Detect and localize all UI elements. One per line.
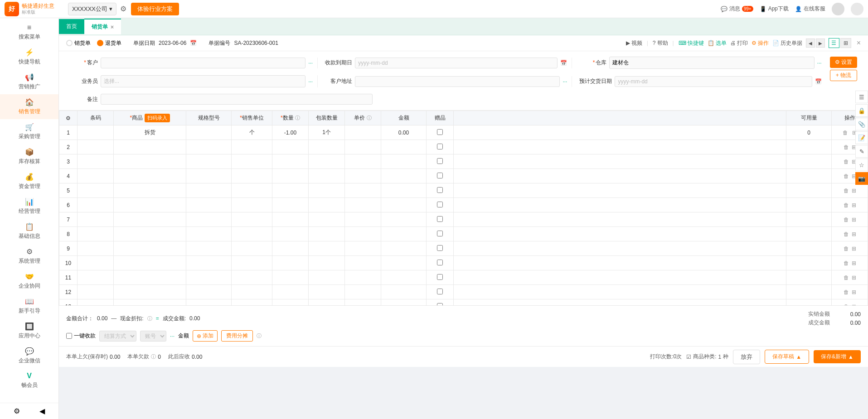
delete-icon[interactable]: 🗑 (844, 289, 849, 295)
copy-icon[interactable]: ⊞ (852, 188, 856, 194)
sidebar-item-wechat[interactable]: 💬 企业微信 (0, 343, 58, 368)
sidebar-item-guide[interactable]: 📖 新手引导 (0, 294, 58, 318)
sidebar-item-management[interactable]: 📊 经营管理 (0, 194, 58, 219)
gift-checkbox[interactable] (437, 129, 443, 135)
cell-pkg[interactable]: 1个 (309, 125, 345, 140)
delete-icon[interactable]: 🗑 (844, 173, 849, 179)
delete-icon[interactable]: 🗑 (844, 246, 849, 252)
sidebar-item-basic-info[interactable]: 📋 基础信息 (0, 219, 58, 244)
gift-checkbox[interactable] (437, 216, 443, 222)
sidebar-item-app-center[interactable]: 🔲 应用中心 (0, 318, 58, 343)
gift-checkbox[interactable] (437, 260, 443, 265)
debt-info-icon[interactable]: ⓘ (151, 353, 156, 360)
history-btn[interactable]: 📄 历史单据 (772, 39, 802, 47)
sidebar-item-vip[interactable]: V 畅会员 (0, 368, 58, 393)
gear-icon[interactable]: ⚙ (66, 115, 71, 121)
avatar[interactable] (832, 3, 844, 15)
delete-icon[interactable]: 🗑 (844, 188, 849, 194)
delete-icon[interactable]: 🗑 (844, 275, 849, 281)
customer-addr-input[interactable] (355, 76, 560, 87)
copy-icon[interactable]: ⊞ (852, 217, 856, 223)
cell-qty[interactable]: -1.00 (272, 125, 309, 140)
sidebar-item-marketing[interactable]: 📢 营销推广 (0, 69, 58, 94)
print-btn[interactable]: 🖨 打印 (730, 39, 748, 47)
cell-barcode[interactable] (78, 125, 114, 140)
sidebar-item-quick-nav[interactable]: ⚡ 快捷导航 (0, 44, 58, 69)
messages-button[interactable]: 💬 消息 99+ (721, 5, 753, 13)
next-arrow[interactable]: ▶ (816, 39, 825, 48)
copy-icon[interactable]: ⊞ (852, 231, 856, 237)
cell-unit[interactable]: 个 (232, 125, 272, 140)
delete-icon[interactable]: 🗑 (844, 202, 849, 208)
scan-button[interactable]: 扫码录入 (145, 114, 170, 122)
shortcut-btn[interactable]: ⌨ 快捷键 (679, 39, 704, 47)
gift-checkbox[interactable] (437, 144, 443, 149)
delete-icon[interactable]: 🗑 (843, 130, 848, 136)
customer-input[interactable] (101, 58, 305, 68)
due-date-input[interactable]: yyyy-mm-dd (355, 58, 558, 68)
operation-btn[interactable]: ⚙ 操作 (752, 39, 769, 47)
float-note-btn[interactable]: 📝 (855, 131, 868, 144)
expected-date-calendar-icon[interactable]: 📅 (815, 78, 822, 85)
date-calendar-icon[interactable]: 📅 (190, 40, 197, 46)
copy-icon[interactable]: ⊞ (852, 260, 856, 266)
sidebar-item-purchase[interactable]: 🛒 采购管理 (0, 119, 58, 144)
float-attach-btn[interactable]: 📎 (855, 118, 868, 130)
price-info-icon[interactable]: ⓘ (367, 115, 372, 120)
due-date-calendar-icon[interactable]: 📅 (560, 60, 567, 66)
float-lock-btn[interactable]: 🔒 (855, 104, 868, 117)
sidebar-item-finance[interactable]: 💰 资金管理 (0, 169, 58, 194)
delete-icon[interactable]: 🗑 (844, 159, 849, 165)
cell-price[interactable] (345, 125, 381, 140)
abandon-button[interactable]: 放弃 (733, 350, 760, 364)
copy-icon[interactable]: ⊞ (852, 289, 856, 295)
tab-home[interactable]: 首页 (59, 19, 84, 34)
gift-checkbox[interactable] (437, 231, 443, 236)
cell-gift[interactable] (427, 125, 454, 140)
radio-sales-order[interactable]: 销货单 (66, 39, 91, 47)
cell-amount[interactable]: 0.00 (381, 125, 427, 140)
warehouse-more-icon[interactable]: ··· (817, 60, 822, 66)
close-button[interactable]: × (857, 39, 861, 47)
delete-icon[interactable]: 🗑 (844, 217, 849, 223)
company-selector[interactable]: XXXXXX公司 ▾ (68, 3, 116, 15)
customer-more-icon[interactable]: ··· (308, 60, 313, 66)
sidebar-item-system[interactable]: ⚙ 系统管理 (0, 244, 58, 269)
sidebar-item-inventory[interactable]: 📦 库存核算 (0, 144, 58, 169)
float-menu-btn[interactable]: ☰ (855, 91, 868, 103)
account-more-icon[interactable]: ··· (170, 333, 175, 339)
expense-info-icon[interactable]: ⓘ (257, 332, 262, 339)
float-star-btn[interactable]: ☆ (855, 159, 868, 171)
account-select[interactable]: 账号 (140, 331, 166, 342)
tab-close-icon[interactable]: × (111, 24, 114, 30)
cell-product[interactable]: 拆货 (114, 125, 186, 140)
float-edit-btn[interactable]: ✎ (855, 145, 868, 158)
tab-sales-order[interactable]: 销货单 × (84, 19, 121, 34)
one-click-pay-checkbox[interactable]: 一键收款 (66, 332, 96, 340)
sidebar-item-enterprise[interactable]: 🤝 企业协同 (0, 269, 58, 294)
grid-view-btn[interactable]: ⊞ (840, 38, 851, 48)
online-service-button[interactable]: 👤 在线客服 (795, 5, 825, 13)
select-order-btn[interactable]: 📋 选单 (708, 39, 727, 47)
note-input[interactable] (101, 94, 373, 105)
addr-more-icon[interactable]: ··· (563, 78, 567, 85)
delete-icon[interactable]: 🗑 (844, 144, 849, 150)
save-new-button[interactable]: 保存&新增 ▲ (814, 350, 861, 363)
settlement-method-select[interactable]: 结算方式 (99, 331, 136, 342)
discount-info-icon[interactable]: ⓘ (147, 315, 152, 322)
settings-button[interactable]: ⚙ 设置 (830, 57, 857, 68)
gift-checkbox[interactable] (437, 158, 443, 164)
gift-checkbox[interactable] (437, 245, 443, 251)
video-btn[interactable]: ▶ 视频 (626, 39, 642, 47)
qty-info-icon[interactable]: ⓘ (295, 115, 300, 120)
expense-tab-button[interactable]: 费用分摊 (221, 330, 253, 342)
save-draft-button[interactable]: 保存草稿 ▲ (765, 350, 809, 364)
radio-return-order[interactable]: 退货单 (97, 39, 121, 47)
gift-checkbox[interactable] (437, 274, 443, 280)
gift-checkbox[interactable] (437, 187, 443, 193)
salesperson-input[interactable]: 选择... (101, 75, 305, 87)
delete-icon[interactable]: 🗑 (844, 260, 849, 266)
pay-checkbox[interactable] (66, 333, 72, 339)
experience-button[interactable]: 体验行业方案 (131, 3, 179, 15)
help-btn[interactable]: ? 帮助 (653, 39, 668, 47)
